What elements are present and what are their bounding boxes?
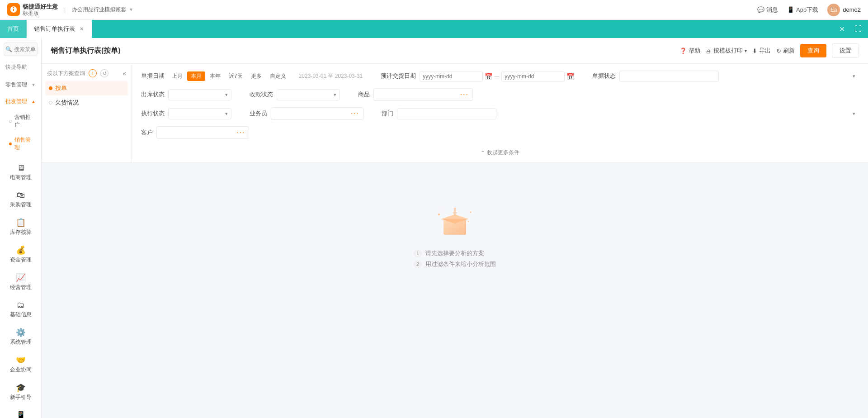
order-status-select[interactable]: [619, 71, 719, 82]
svg-point-4: [468, 221, 469, 222]
goods-more-icon[interactable]: ···: [460, 90, 469, 99]
content-area: 销售订单执行表(按单) ❓ 帮助 🖨 按模板打印 ▾ ⬇ 导出 ↻ 刷新: [42, 38, 868, 418]
search-menu-btn[interactable]: 🔍 搜索菜单: [4, 43, 38, 56]
date-tab-this-month[interactable]: 本月: [187, 71, 205, 81]
breadcrumb: 办公用品行业模拟账套: [72, 6, 126, 14]
print-chevron-icon: ▾: [745, 48, 747, 53]
delivery-end-cal-icon[interactable]: 📅: [566, 73, 574, 80]
department-chevron: ▾: [853, 111, 855, 117]
download-icon: 📱: [787, 6, 794, 13]
sidebar-item-guide[interactable]: 🎓 新手引导: [3, 379, 38, 405]
header-right: 💬 消息 📱 App下载 Ea demo2: [757, 4, 861, 16]
sidebar-item-management[interactable]: 📈 经营管理: [3, 269, 38, 295]
tab-close-icon[interactable]: ✕: [80, 26, 84, 32]
sub-dot-marketing: [9, 120, 12, 123]
refresh-btn[interactable]: ↻ 刷新: [776, 47, 795, 55]
delivery-date-inputs: 📅 — 📅: [420, 71, 574, 82]
refresh-scheme-btn[interactable]: ↺: [100, 69, 108, 77]
order-status-wrap: ▾: [619, 71, 859, 82]
date-tab-custom[interactable]: 自定义: [266, 71, 290, 81]
filter-order-date: 单据日期 上月 本月 本年 近7天 更多 自定义: [141, 71, 290, 81]
template-print-btn[interactable]: 🖨 按模板打印 ▾: [706, 47, 747, 55]
sidebar-item-app-center[interactable]: 📱 应用中心: [3, 407, 38, 418]
tab-expand-btn[interactable]: ⛶: [852, 23, 864, 35]
tab-sales-order[interactable]: 销售订单执行表 ✕: [27, 20, 92, 38]
payment-status-select[interactable]: [277, 89, 340, 100]
delivery-start-input[interactable]: [420, 71, 483, 82]
filter-row-1: 单据日期 上月 本月 本年 近7天 更多 自定义 20: [141, 70, 859, 82]
salesperson-input[interactable]: [275, 110, 351, 117]
collapse-scheme-btn[interactable]: «: [123, 70, 126, 77]
sidebar-item-system[interactable]: ⚙️ 系统管理: [3, 324, 38, 350]
scheme-title: 按以下方案查询 + ↺ «: [45, 69, 128, 77]
date-tab-this-year[interactable]: 本年: [206, 71, 224, 81]
export-btn[interactable]: ⬇ 导出: [752, 47, 771, 55]
app-center-icon: 📱: [16, 410, 26, 418]
exec-status-select[interactable]: [168, 108, 231, 119]
empty-tip-2: 2 用过滤条件来缩小分析范围: [414, 260, 496, 268]
message-icon: 💬: [757, 6, 764, 13]
print-icon: 🖨: [706, 48, 712, 54]
user-action[interactable]: Ea demo2: [827, 4, 861, 16]
sidebar-item-basic-info[interactable]: 🗂 基础信息: [3, 297, 38, 322]
scheme-item-欠货情况[interactable]: 欠货情况: [45, 95, 128, 110]
retail-chevron-icon: ▼: [31, 82, 36, 87]
app-download-action[interactable]: 📱 App下载: [787, 6, 818, 14]
empty-illustration: [432, 199, 477, 244]
goods-input[interactable]: [377, 91, 460, 98]
sidebar-item-purchase[interactable]: 🛍 采购管理: [3, 187, 38, 212]
delivery-status-wrap: ▾: [168, 89, 231, 100]
help-btn[interactable]: ❓ 帮助: [679, 47, 700, 55]
sidebar-item-finance[interactable]: 💰 资金管理: [3, 242, 38, 267]
order-status-label: 单据状态: [592, 72, 616, 80]
delivery-end-input[interactable]: [501, 71, 565, 82]
date-tab-last-month[interactable]: 上月: [168, 71, 186, 81]
filter-scheme-panel: 按以下方案查询 + ↺ « 按单 欠货情况: [42, 64, 132, 162]
scheme-item-按单[interactable]: 按单: [45, 81, 128, 95]
salesperson-label: 业务员: [250, 109, 267, 118]
sidebar-item-retail[interactable]: 零售管理 ▼: [0, 76, 41, 93]
filter-collapse-row[interactable]: ⌃ 收起更多条件: [141, 145, 859, 162]
department-select[interactable]: [397, 108, 496, 119]
filter-salesperson: 业务员 ···: [250, 107, 363, 120]
wholesale-chevron-icon: ▲: [31, 99, 36, 104]
guide-icon: 🎓: [16, 383, 26, 393]
filter-delivery-date: 预计交货日期 📅 — 📅: [381, 70, 574, 82]
tab-home[interactable]: 首页: [0, 20, 27, 38]
customer-more-icon[interactable]: ···: [236, 128, 245, 137]
sidebar-item-inventory[interactable]: 📋 库存核算: [3, 214, 38, 240]
message-action[interactable]: 💬 消息: [757, 6, 778, 14]
add-scheme-btn[interactable]: +: [89, 69, 97, 77]
tab-home-label: 首页: [7, 25, 19, 33]
sidebar-item-collab[interactable]: 🤝 企业协同: [3, 352, 38, 377]
logo-icon: [7, 3, 20, 16]
customer-input[interactable]: [160, 129, 236, 136]
sidebar-item-ecommerce[interactable]: 🖥 电商管理: [3, 160, 38, 185]
date-tabs: 上月 本月 本年 近7天 更多 自定义: [168, 71, 290, 81]
date-tab-more[interactable]: 更多: [247, 71, 265, 81]
filter-exec-status: 执行状态 ▾: [141, 108, 231, 119]
customer-label: 客户: [141, 128, 153, 137]
collab-icon: 🤝: [16, 355, 26, 365]
user-name[interactable]: demo2: [843, 6, 861, 13]
date-separator: —: [494, 73, 500, 80]
salesperson-more-icon[interactable]: ···: [351, 109, 359, 118]
tip-num-1: 1: [414, 249, 422, 257]
delivery-start-cal-icon[interactable]: 📅: [485, 73, 492, 80]
breadcrumb-arrow[interactable]: ▾: [130, 6, 132, 13]
sidebar-wholesale-label: 批发管理: [5, 98, 27, 105]
settings-button[interactable]: 设置: [832, 43, 859, 58]
page-actions: ❓ 帮助 🖨 按模板打印 ▾ ⬇ 导出 ↻ 刷新 查询 设置: [679, 43, 859, 58]
delivery-status-select[interactable]: [168, 89, 231, 100]
basic-info-icon: 🗂: [17, 300, 25, 310]
department-label: 部门: [382, 109, 393, 118]
date-tab-7days[interactable]: 近7天: [225, 71, 246, 81]
payment-status-wrap: ▾: [277, 89, 340, 100]
help-icon: ❓: [679, 48, 687, 54]
sidebar-sub-marketing[interactable]: 营销推广: [0, 110, 41, 133]
query-button[interactable]: 查询: [800, 44, 826, 57]
order-status-chevron: ▾: [853, 73, 855, 79]
sidebar-item-wholesale[interactable]: 批发管理 ▲: [0, 93, 41, 110]
sidebar-sub-sales[interactable]: 销售管理: [0, 133, 41, 155]
tab-close-btn[interactable]: ✕: [835, 23, 848, 35]
